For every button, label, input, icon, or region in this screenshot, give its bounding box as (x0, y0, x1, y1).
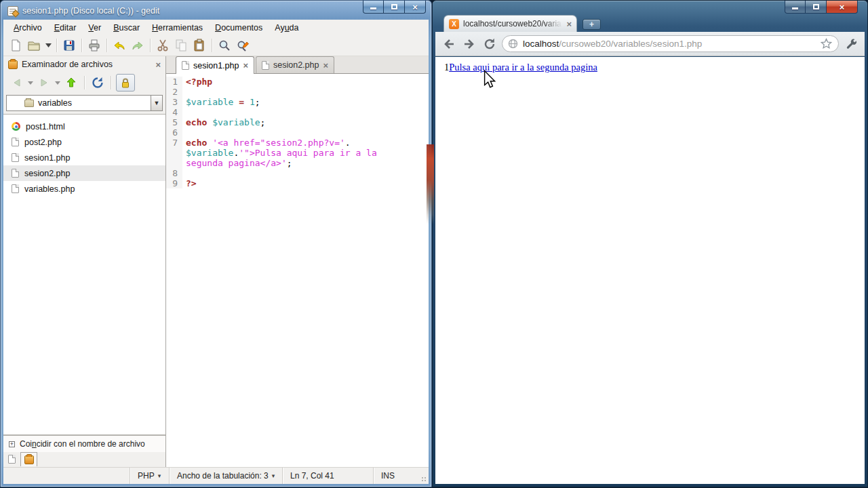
browser-page: 1Pulsa aqui para ir a la segunda pagina (435, 57, 865, 484)
editor-tab-sesion1.php[interactable]: sesion1.php (176, 56, 254, 74)
code-text (182, 87, 186, 97)
match-filename-row[interactable]: Coincidir con el nombre de archivo (3, 435, 165, 452)
line-number: 9 (166, 178, 182, 188)
background-reflection (427, 144, 434, 224)
refresh-icon[interactable] (90, 75, 106, 91)
editor-tab-sesion2.php[interactable]: sesion2.php (256, 56, 334, 73)
gedit-titlebar[interactable]: sesion1.php (Disco local (C:)) - gedit (7, 4, 159, 18)
file-browser-panel-tab[interactable] (20, 452, 37, 466)
code-text: ?> (182, 178, 197, 188)
tab-label: sesion1.php (193, 61, 239, 70)
url-host: localhost (523, 39, 559, 49)
location-combobox[interactable]: variables (6, 95, 163, 111)
file-row-sesion2.php[interactable]: sesion2.php (3, 165, 165, 181)
close-button[interactable] (827, 1, 858, 14)
maximize-button[interactable] (384, 1, 405, 14)
documents-panel-tab[interactable] (3, 452, 20, 466)
tab-close-icon[interactable] (243, 61, 248, 70)
menu-bar: ArchivoEditarVerBuscarHerramientasDocume… (3, 20, 429, 35)
file-row-variables.php[interactable]: variables.php (3, 181, 165, 197)
file-row-post2.php[interactable]: post2.php (3, 134, 165, 150)
language-selector[interactable]: PHP (130, 468, 169, 484)
toolbar-separator (84, 76, 85, 89)
file-icon (12, 138, 19, 146)
file-row-post1.html[interactable]: post1.html (3, 119, 165, 134)
tab-close-icon[interactable] (323, 61, 328, 70)
page-link[interactable]: Pulsa aqui para ir a la segunda pagina (449, 62, 597, 73)
new-document-icon[interactable] (7, 37, 24, 54)
panel-header: Examinador de archivos (3, 56, 165, 73)
menu-documentos[interactable]: Documentos (209, 21, 269, 35)
toolbar-separator (150, 39, 151, 52)
menu-archivo[interactable]: Archivo (7, 21, 48, 35)
file-icon (12, 184, 19, 193)
menu-ayuda[interactable]: Ayuda (269, 21, 304, 35)
expander-icon[interactable] (9, 441, 15, 447)
find-replace-icon[interactable] (235, 37, 251, 54)
code-text: segunda pagina</a>'; (182, 158, 292, 168)
find-icon[interactable] (216, 37, 233, 54)
forward-dropdown-icon[interactable] (54, 75, 62, 91)
code-line: 8 (166, 168, 429, 178)
url-path: /cursoweb20/variables/sesion1.php (559, 39, 702, 49)
minimize-button[interactable] (785, 1, 806, 14)
resize-grip[interactable] (421, 476, 427, 483)
toolbar-separator (212, 39, 212, 52)
browser-window: localhost/cursoweb20/varia localhost/cur… (432, 0, 868, 487)
line-number: 6 (166, 127, 182, 138)
menu-editar[interactable]: Editar (48, 21, 83, 35)
url-bar[interactable]: localhost/cursoweb20/variables/sesion1.p… (502, 35, 839, 52)
star-icon[interactable] (821, 38, 832, 49)
up-icon[interactable] (63, 75, 79, 91)
combobox-dropdown-icon[interactable] (151, 96, 162, 110)
reload-icon[interactable] (481, 36, 497, 52)
tab-width-selector[interactable]: Ancho de la tabulación: 3 (169, 468, 282, 484)
undo-icon[interactable] (111, 37, 127, 54)
close-button[interactable] (405, 1, 426, 14)
code-text: $variable = 1; (182, 97, 260, 107)
line-number (166, 148, 182, 158)
back-icon[interactable] (441, 36, 456, 52)
menu-herramientas[interactable]: Herramientas (146, 21, 209, 35)
paste-icon[interactable] (191, 37, 208, 54)
minimize-button[interactable] (363, 1, 384, 14)
back-dropdown-icon[interactable] (26, 75, 35, 91)
code-text: $variable.'">Pulsa aqui para ir a la (182, 148, 377, 158)
code-line: 4 (166, 107, 429, 117)
folder-icon (24, 100, 34, 107)
line-number: 1 (166, 77, 182, 87)
cut-icon[interactable] (155, 37, 171, 54)
file-browser-panel: Examinador de archivos (3, 56, 166, 467)
panel-close-icon[interactable] (155, 60, 161, 69)
menu-buscar[interactable]: Buscar (107, 21, 146, 35)
tab-close-icon[interactable] (566, 20, 572, 28)
menu-ver[interactable]: Ver (82, 21, 107, 35)
maximize-button[interactable] (806, 1, 827, 14)
globe-icon (508, 39, 518, 49)
toolbar-separator (81, 39, 82, 52)
forward-icon[interactable] (461, 36, 477, 52)
gedit-client-area: ArchivoEditarVerBuscarHerramientasDocume… (3, 20, 429, 484)
editor-area: sesion1.phpsesion2.php 1<?php23$variable… (166, 56, 429, 467)
save-icon[interactable] (61, 37, 77, 54)
browser-tabstrip: localhost/cursoweb20/varia (443, 15, 601, 32)
forward-icon[interactable] (36, 75, 52, 91)
file-name: sesion2.php (24, 169, 70, 178)
browser-tab[interactable]: localhost/cursoweb20/varia (443, 15, 577, 32)
file-icon (12, 169, 19, 178)
code-text: <?php (182, 77, 212, 87)
open-dropdown-icon[interactable] (44, 37, 52, 54)
gedit-app-icon (7, 6, 18, 16)
file-row-sesion1.php[interactable]: sesion1.php (3, 150, 165, 165)
redo-icon[interactable] (130, 37, 146, 54)
open-folder-icon[interactable] (26, 37, 42, 54)
code-area[interactable]: 1<?php23$variable = 1;45echo $variable;6… (166, 74, 429, 467)
xampp-favicon-icon (449, 19, 459, 29)
back-icon[interactable] (9, 75, 25, 91)
wrench-icon[interactable] (844, 36, 859, 52)
new-tab-button[interactable] (583, 19, 601, 30)
print-icon[interactable] (86, 37, 102, 54)
lock-icon[interactable] (116, 74, 135, 92)
gedit-window-controls (363, 1, 426, 14)
copy-icon[interactable] (173, 37, 189, 54)
